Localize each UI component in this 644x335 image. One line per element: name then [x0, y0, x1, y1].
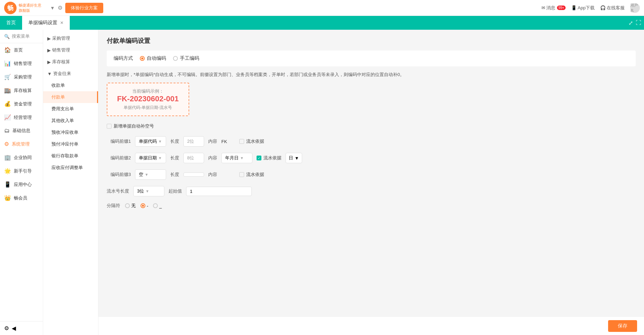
- sub-nav-purchase-icon: ▶: [47, 36, 51, 41]
- sidebar-item-system[interactable]: ⚙ 系统管理: [0, 137, 43, 151]
- prefix3-stream-check[interactable]: [239, 172, 244, 177]
- prefix3-chevron: ▼: [145, 173, 148, 177]
- prefix1-label: 编码前缀1: [107, 138, 131, 145]
- sidebar-item-appcenter[interactable]: 📱 应用中心: [0, 178, 43, 191]
- sidebar-item-enterprise[interactable]: 🏢 企业协同: [0, 151, 43, 164]
- sub-nav-item-receive[interactable]: 收款单: [43, 80, 98, 91]
- serial-start-input[interactable]: [186, 187, 252, 196]
- manual-encode-option[interactable]: 手工编码: [173, 55, 199, 62]
- prefix2-stream-label: 流水依据: [263, 155, 281, 161]
- sidebar-item-finance[interactable]: 💰 资金管理: [0, 97, 43, 111]
- manual-encode-radio[interactable]: [173, 56, 178, 61]
- sidebar-item-sales[interactable]: 📊 销售管理: [0, 57, 43, 70]
- content-area: ▶ 采购管理 ▶ 销售管理 ▶ 库存核算 ▼ 资金往来 收款单 付款单 费用支出…: [43, 30, 644, 335]
- sub-nav-purchase-group[interactable]: ▶ 采购管理: [43, 32, 98, 44]
- serial-length-select[interactable]: 3位 ▼: [133, 186, 164, 196]
- sep-dot-option[interactable]: -: [141, 203, 148, 208]
- tab-close-icon[interactable]: ✕: [60, 20, 64, 25]
- sidebar-item-sales-label: 销售管理: [14, 61, 32, 67]
- sub-nav-item-adjust[interactable]: 应收应付调整单: [43, 162, 98, 174]
- sep-dot-radio[interactable]: [141, 203, 145, 208]
- tab-encode-settings[interactable]: 单据编码设置 ✕: [22, 16, 70, 30]
- app-download-btn[interactable]: 📱 App下载: [571, 5, 595, 11]
- prefix2-select[interactable]: 单据日期 ▼: [135, 153, 166, 163]
- prefix2-content-select[interactable]: 年月日 ▼: [221, 153, 252, 163]
- sub-nav-item-expense[interactable]: 费用支出单: [43, 103, 98, 115]
- sub-nav-finance-label: 资金往来: [53, 71, 71, 77]
- prefix3-stream-checkbox[interactable]: 流水依据: [239, 171, 264, 178]
- sep-none-radio[interactable]: [125, 203, 130, 208]
- serial-length-label: 流水号长度: [107, 188, 129, 194]
- prefix1-stream-check[interactable]: [239, 139, 244, 144]
- prefix1-stream-checkbox[interactable]: 流水依据: [239, 138, 264, 145]
- sub-nav-item-payment[interactable]: 付款单: [43, 91, 98, 103]
- sidebar-item-basics[interactable]: 🗂 基础信息: [0, 124, 43, 137]
- member-icon: 👑: [4, 195, 11, 201]
- expand-icon[interactable]: ⤢: [628, 20, 633, 26]
- prefix2-length-input[interactable]: 8位: [183, 153, 204, 163]
- prefix1-select[interactable]: 单据代码 ▼: [135, 136, 166, 147]
- app-download-label: App下载: [578, 5, 595, 11]
- prefix2-content-value: 年月日: [225, 155, 239, 161]
- sub-nav-item-other-income[interactable]: 其他收入单: [43, 115, 98, 127]
- auto-fill-check-box[interactable]: [107, 124, 112, 129]
- sidebar-item-operations[interactable]: 📈 经营管理: [0, 111, 43, 124]
- sub-nav-item-prepay-pay[interactable]: 预付冲应付单: [43, 138, 98, 150]
- fullscreen-icon[interactable]: ⛶: [636, 20, 641, 26]
- sub-nav: ▶ 采购管理 ▶ 销售管理 ▶ 库存核算 ▼ 资金往来 收款单 付款单 费用支出…: [43, 30, 98, 335]
- prefix1-chevron: ▼: [158, 139, 162, 143]
- sidebar-settings-icon[interactable]: ⚙: [4, 325, 9, 332]
- sidebar-item-inventory[interactable]: 🏬 库存核算: [0, 84, 43, 97]
- logo-icon: 畅: [4, 2, 17, 14]
- sub-nav-inventory-group[interactable]: ▶ 库存核算: [43, 56, 98, 68]
- prefix3-select[interactable]: 空 ▼: [135, 169, 166, 180]
- auto-encode-option[interactable]: 自动编码: [140, 55, 166, 62]
- sidebar-item-newguide[interactable]: 🌟 新手引导: [0, 164, 43, 178]
- tab-home[interactable]: 首页: [0, 16, 22, 30]
- sidebar-collapse-icon[interactable]: ◀: [12, 325, 16, 332]
- prefix2-period-chevron: ▼: [295, 156, 299, 161]
- tab-encode-label: 单据编码设置: [28, 20, 57, 26]
- prefix2-period-select[interactable]: 日 ▼: [286, 153, 302, 163]
- prefix1-length-label: 长度: [170, 138, 179, 145]
- prefix2-stream-checkbox[interactable]: ✓ 流水依据: [257, 155, 281, 161]
- prefix2-period-value: 日: [289, 155, 293, 161]
- prefix1-length-input[interactable]: 2位: [183, 136, 204, 147]
- sep-dot2-option[interactable]: _: [153, 203, 162, 208]
- sep-none-option[interactable]: 无: [125, 203, 136, 209]
- nav-chevron[interactable]: ▼: [50, 5, 55, 11]
- trial-btn[interactable]: 体验行业方案: [65, 3, 103, 13]
- system-icon: ⚙: [4, 141, 9, 147]
- sep-dot2-radio[interactable]: [153, 203, 158, 208]
- avatar[interactable]: 用户名: [630, 3, 640, 13]
- sidebar-item-newguide-label: 新手引导: [14, 168, 32, 174]
- sidebar-item-basics-label: 基础信息: [12, 128, 30, 134]
- save-button[interactable]: 保存: [608, 320, 637, 332]
- prefix2-stream-check[interactable]: ✓: [257, 156, 261, 160]
- message-btn[interactable]: ✉ 消息 99+: [541, 5, 566, 11]
- auto-fill-checkbox[interactable]: 新增单据自动补空号: [107, 123, 636, 129]
- auto-encode-label: 自动编码: [147, 55, 166, 62]
- separator-label: 分隔符: [107, 203, 120, 209]
- sidebar-search[interactable]: 🔍 搜索菜单: [0, 30, 43, 43]
- sidebar-item-member[interactable]: 👑 畅会员: [0, 191, 43, 205]
- sidebar-item-home[interactable]: 🏠 首页: [0, 43, 43, 57]
- code-preview-value: FK-20230602-001: [117, 94, 179, 103]
- sub-nav-item-prepay-receive[interactable]: 预收冲应收单: [43, 127, 98, 138]
- manual-encode-label: 手工编码: [180, 55, 199, 62]
- online-service-btn[interactable]: 🎧 在线客服: [600, 5, 625, 11]
- sub-nav-sales-group[interactable]: ▶ 销售管理: [43, 44, 98, 56]
- prefix3-stream-label: 流水依据: [246, 171, 264, 178]
- prefix3-length-input[interactable]: [183, 173, 204, 177]
- sales-icon: 📊: [4, 60, 11, 67]
- sidebar-item-purchase[interactable]: 🛒 采购管理: [0, 70, 43, 84]
- main-layout: 🔍 搜索菜单 🏠 首页 📊 销售管理 🛒 采购管理 🏬 库存核算 💰 资金管理 …: [0, 30, 644, 335]
- main-content: 付款单编码设置 编码方式 自动编码 手工编码: [98, 30, 644, 316]
- topbar: 畅 畅捷通好生意 旗舰版 ▼ ⚙ 体验行业方案 ✉ 消息 99+ 📱 App下载…: [0, 0, 644, 16]
- prefix3-content-label: 内容: [208, 171, 217, 178]
- sub-nav-item-bank[interactable]: 银行存取款单: [43, 150, 98, 162]
- separator-row: 分隔符 无 - _: [107, 203, 636, 209]
- auto-encode-radio[interactable]: [140, 56, 145, 61]
- sub-nav-finance-group[interactable]: ▼ 资金往来: [43, 68, 98, 80]
- gear-icon[interactable]: ⚙: [58, 4, 63, 11]
